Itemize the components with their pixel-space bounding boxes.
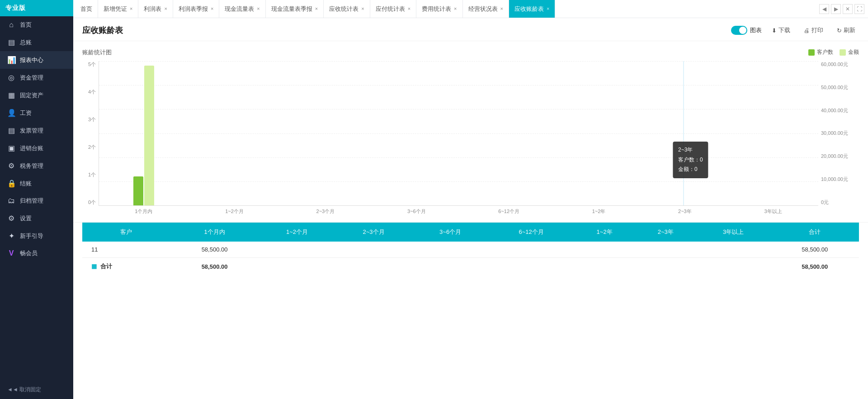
- x-label-m3-6: 3~6个月: [407, 208, 426, 215]
- sidebar-item-settings[interactable]: ⚙ 设置: [0, 209, 73, 227]
- chart-y-right: 60,000.00元 50,000.00元 40,000.00元 30,000.…: [818, 61, 859, 215]
- vip-icon: V: [7, 249, 15, 257]
- settings-icon: ⚙: [7, 214, 15, 223]
- sidebar-item-closing[interactable]: 🔒 结账: [0, 175, 73, 192]
- legend-amount: 金额: [840, 48, 859, 56]
- sidebar-item-guide[interactable]: ✦ 新手引导: [0, 227, 73, 245]
- tab-new-voucher[interactable]: 新增凭证 ×: [98, 0, 138, 18]
- td-m2-3: [335, 242, 412, 258]
- inventory-icon: ▣: [7, 144, 15, 152]
- sidebar-item-inventory[interactable]: ▣ 进销台账: [0, 139, 73, 157]
- total-icon: ▦: [91, 263, 97, 270]
- sidebar-collapse-btn[interactable]: ◄◄ 取消固定: [0, 380, 73, 399]
- sidebar-item-label: 首页: [20, 21, 32, 29]
- chart-title: 账龄统计图: [82, 48, 859, 57]
- tab-close-icon[interactable]: ×: [454, 6, 457, 11]
- tab-cashflow[interactable]: 现金流量表 ×: [219, 0, 265, 18]
- th-y3plus: 3年以上: [696, 223, 771, 242]
- table-section: 客户 1个月内 1~2个月 2~3个月 3~6个月 6~12个月 1~2年 2~…: [73, 223, 868, 284]
- tab-close-icon[interactable]: ×: [164, 6, 167, 11]
- th-m1: 1个月内: [170, 223, 259, 242]
- page-header: 应收账龄表 图表 ⬇ 下载 🖨 打印 ↻ 刷新: [73, 18, 868, 41]
- sidebar-item-label: 归档管理: [20, 197, 43, 205]
- tab-close-icon[interactable]: ×: [500, 6, 503, 11]
- chart-toggle[interactable]: [731, 26, 747, 35]
- download-btn[interactable]: ⬇ 下载: [768, 24, 794, 36]
- tooltip-amount: 金额：0: [678, 165, 703, 175]
- tab-label: 现金流量表季报: [271, 5, 312, 13]
- sidebar-item-payroll[interactable]: 👤 工资: [0, 104, 73, 122]
- tab-expense-stats[interactable]: 费用统计表 ×: [416, 0, 462, 18]
- bar-group-m6-12: [459, 61, 549, 205]
- download-icon: ⬇: [772, 27, 777, 34]
- sidebar-item-vip[interactable]: V 畅会员: [0, 245, 73, 262]
- td-m6-12: [489, 242, 574, 258]
- tab-close-icon[interactable]: ×: [130, 6, 132, 11]
- tab-receivable-stats[interactable]: 应收统计表 ×: [324, 0, 370, 18]
- sidebar-item-funds[interactable]: ◎ 资金管理: [0, 69, 73, 86]
- total-label: 合计: [100, 263, 112, 270]
- bar-group-y1-2: [548, 61, 638, 205]
- th-m1-2: 1~2个月: [259, 223, 335, 242]
- sidebar-item-label: 设置: [20, 214, 32, 223]
- tab-close-all-btn[interactable]: ✕: [843, 4, 853, 14]
- tab-close-icon[interactable]: ×: [547, 6, 549, 11]
- x-label-y3plus: 3年以上: [764, 208, 782, 215]
- tab-profit[interactable]: 利润表 ×: [138, 0, 173, 18]
- x-label-y2-3: 2~3年: [678, 208, 692, 215]
- sidebar-item-ledger[interactable]: ▤ 总账: [0, 33, 73, 51]
- ledger-icon: ▤: [7, 38, 15, 47]
- refresh-btn[interactable]: ↻ 刷新: [833, 24, 859, 36]
- tfoot-m6-12: [489, 258, 574, 276]
- chart-x-labels: 1个月内 1~2个月 2~3个月 3~6个月 6~12个月 1~2年 2~3年 …: [99, 206, 818, 215]
- table-row: 11 58,500.00 58,500.00: [82, 242, 859, 258]
- tfoot-m2-3: [335, 258, 412, 276]
- tab-label: 应收统计表: [329, 5, 359, 13]
- tab-cashflow-quarterly[interactable]: 现金流量表季报 ×: [266, 0, 324, 18]
- download-label: 下载: [778, 26, 790, 34]
- chart-section: 账龄统计图 客户数 金额 5个 4个 3个 2个 1个: [73, 41, 868, 223]
- tfoot-y1-2: [574, 258, 635, 276]
- tab-operations[interactable]: 经营状况表 ×: [463, 0, 509, 18]
- tfoot-m1: 58,500.00: [170, 258, 259, 276]
- tab-label: 首页: [80, 5, 92, 13]
- tab-close-icon[interactable]: ×: [361, 6, 364, 11]
- sidebar: 专业版 ⌂ 首页 ▤ 总账 📊 报表中心 ◎ 资金管理 ▦ 固定资产 👤 工资 …: [0, 0, 73, 399]
- sidebar-item-home[interactable]: ⌂ 首页: [0, 16, 73, 33]
- th-customer: 客户: [82, 223, 170, 242]
- tab-close-icon[interactable]: ×: [408, 6, 410, 11]
- tab-prev-btn[interactable]: ◀: [819, 4, 829, 14]
- tab-close-icon[interactable]: ×: [315, 6, 318, 11]
- x-label-m1: 1个月内: [135, 208, 152, 215]
- refresh-icon: ↻: [837, 27, 842, 34]
- tab-profit-quarterly[interactable]: 利润表季报 ×: [173, 0, 219, 18]
- bar-group-m1: [99, 61, 189, 205]
- tab-close-icon[interactable]: ×: [257, 6, 259, 11]
- x-label-y1-2: 1~2年: [592, 208, 606, 215]
- sidebar-item-tax[interactable]: ⚙ 税务管理: [0, 157, 73, 175]
- tab-next-btn[interactable]: ▶: [831, 4, 841, 14]
- tab-expand-btn[interactable]: ⛶: [854, 4, 864, 14]
- bars-container: 2~3年 客户数：0 金额：0: [99, 61, 818, 205]
- chart-legend: 客户数 金额: [808, 48, 859, 56]
- sidebar-item-reports[interactable]: 📊 报表中心: [0, 51, 73, 69]
- x-label-m6-12: 6~12个月: [498, 208, 519, 215]
- print-btn[interactable]: 🖨 打印: [800, 24, 827, 36]
- archive-icon: 🗂: [7, 197, 15, 205]
- tfoot-label: ▦ 合计: [82, 258, 170, 276]
- legend-customers-color: [808, 49, 815, 56]
- sidebar-item-archive[interactable]: 🗂 归档管理: [0, 192, 73, 209]
- sidebar-item-invoice[interactable]: ▤ 发票管理: [0, 122, 73, 139]
- tab-home[interactable]: 首页: [75, 0, 98, 18]
- tab-label: 利润表: [144, 5, 161, 13]
- tab-aging[interactable]: 应收账龄表 ×: [509, 0, 555, 18]
- legend-customers-label: 客户数: [817, 48, 833, 56]
- chart-tooltip: 2~3年 客户数：0 金额：0: [673, 142, 708, 178]
- main-area: 首页 新增凭证 × 利润表 × 利润表季报 × 现金流量表 × 现金流量表季报 …: [73, 0, 868, 399]
- tab-payable-stats[interactable]: 应付统计表 ×: [370, 0, 416, 18]
- legend-amount-label: 金额: [848, 48, 859, 56]
- invoice-icon: ▤: [7, 126, 15, 135]
- tab-close-icon[interactable]: ×: [211, 6, 213, 11]
- tooltip-group: 2~3年: [678, 145, 703, 155]
- sidebar-item-assets[interactable]: ▦ 固定资产: [0, 86, 73, 104]
